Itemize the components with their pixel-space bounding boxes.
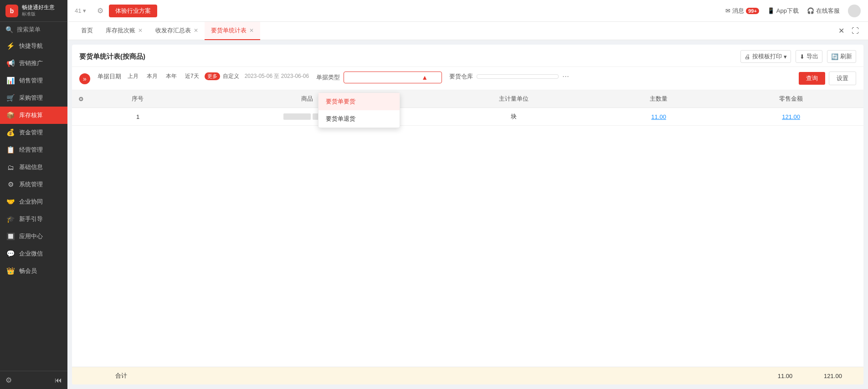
content-area: 要货单统计表(按商品) 🖨 按模板打印 ▾ ⬇ 导出 🔄 刷新 » [72, 45, 863, 384]
close-icon[interactable]: ✕ [138, 27, 143, 34]
tab-label: 库存批次账 [106, 26, 135, 35]
date-btn-this-year[interactable]: 本年 [163, 72, 180, 81]
date-shortcuts: 上月 本月 本年 近7天 更多 自定义 [125, 72, 239, 81]
maximize-icon[interactable]: ⛶ [850, 25, 861, 37]
vip-icon: 👑 [5, 267, 15, 275]
nav-label: 库存核算 [19, 111, 43, 119]
close-icon[interactable]: ✕ [194, 27, 198, 34]
sidebar-item-wechat[interactable]: 💬 企业微信 [0, 245, 67, 262]
sidebar-item-quick-nav[interactable]: ⚡ 快捷导航 [0, 37, 67, 55]
close-icon[interactable]: ✕ [249, 27, 254, 34]
filter-collapse-btn[interactable]: » [79, 73, 90, 84]
nav-label: 快捷导航 [19, 42, 43, 50]
data-table: ⚙ 序号 商品 主计量单位 主数量 零售金额 1 [72, 90, 863, 126]
nav-label: 企业协同 [19, 198, 43, 206]
online-service-label: 在线客服 [816, 7, 840, 15]
table-footer: 合计 11.00 121.00 [72, 367, 863, 384]
export-label: 导出 [806, 52, 818, 61]
online-service-btn[interactable]: 🎧 在线客服 [807, 7, 840, 15]
operation-icon: 📋 [5, 146, 15, 154]
print-btn[interactable]: 🖨 按模板打印 ▾ [740, 50, 791, 63]
date-btn-more[interactable]: 更多 [205, 72, 220, 80]
warehouse-label: 要货仓库 [449, 72, 473, 81]
tab-stock-summary[interactable]: 收发存汇总表 ✕ [149, 22, 205, 40]
date-btn-custom[interactable]: 自定义 [223, 72, 239, 80]
topbar: 41 ▾ ⚙ 体验行业方案 ✉ 消息 99+ 📱 App下载 🎧 在线客服 [67, 0, 868, 22]
sidebar-item-marketing[interactable]: 📢 营销推广 [0, 55, 67, 72]
app-download-btn[interactable]: 📱 App下载 [767, 7, 799, 15]
cell-quantity: 11.00 [599, 108, 719, 126]
settings-icon[interactable]: ⚙ [5, 376, 12, 384]
quantity-link[interactable]: 11.00 [651, 113, 666, 120]
inventory-icon: 📦 [5, 111, 15, 119]
date-label: 单据日期 [98, 72, 121, 81]
column-settings[interactable]: ⚙ [72, 90, 90, 108]
sidebar-logo: b 畅捷通好生意 标准版 [0, 0, 67, 22]
filter-more-dots[interactable]: ··· [562, 72, 569, 81]
date-btn-this-month[interactable]: 本月 [144, 72, 160, 81]
col-unit: 主计量单位 [429, 90, 599, 108]
nav-label: 应用中心 [19, 232, 43, 241]
nav-label: 营销推广 [19, 59, 43, 67]
col-seq: 序号 [90, 90, 185, 108]
sidebar-item-guide[interactable]: 🎓 新手引导 [0, 210, 67, 228]
sidebar-item-finance[interactable]: 💰 资金管理 [0, 124, 67, 141]
footer-total-label: 合计 [77, 372, 169, 380]
message-btn[interactable]: ✉ 消息 99+ [725, 7, 759, 15]
wechat-icon: 💬 [5, 250, 15, 258]
settings-button[interactable]: 设置 [829, 72, 856, 85]
print-label: 按模板打印 [752, 52, 782, 61]
sidebar-item-operation[interactable]: 📋 经营管理 [0, 141, 67, 159]
date-btn-last-month[interactable]: 上月 [125, 72, 141, 81]
headset-icon: 🎧 [807, 7, 814, 14]
sidebar-item-cooperation[interactable]: 🤝 企业协同 [0, 193, 67, 210]
warehouse-select[interactable] [477, 74, 559, 79]
cooperation-icon: 🤝 [5, 198, 15, 206]
date-btn-7days[interactable]: 近7天 [182, 72, 202, 81]
nav-label: 销售管理 [19, 77, 43, 85]
quick-nav-icon: ⚡ [5, 42, 15, 50]
tab-home-label: 首页 [81, 26, 93, 35]
sidebar-item-vip[interactable]: 👑 畅会员 [0, 262, 67, 280]
export-btn[interactable]: ⬇ 导出 [796, 50, 822, 63]
logo-icon: b [5, 5, 18, 17]
dropdown-item-return[interactable]: 要货单退货 [318, 110, 400, 128]
nav-label: 畅会员 [19, 267, 37, 275]
tab-order-stats[interactable]: 要货单统计表 ✕ [205, 22, 260, 40]
user-avatar[interactable] [848, 5, 861, 17]
sidebar-item-basic[interactable]: 🗂 基础信息 [0, 159, 67, 176]
sidebar-item-inventory[interactable]: 📦 库存核算 [0, 107, 67, 124]
table-container: ⚙ 序号 商品 主计量单位 主数量 零售金额 1 [72, 90, 863, 367]
sidebar-nav: ⚡ 快捷导航 📢 营销推广 📊 销售管理 🛒 采购管理 📦 库存核算 💰 资金管… [0, 37, 67, 371]
filter-bar: » 单据日期 上月 本月 本年 近7天 更多 自定义 2023-05-06 至 … [72, 67, 863, 90]
topbar-left: 41 ▾ ⚙ 体验行业方案 [75, 5, 725, 17]
export-icon: ⬇ [800, 53, 805, 60]
logo-text-block: 畅捷通好生意 标准版 [22, 4, 55, 18]
marketing-icon: 📢 [5, 59, 15, 67]
close-all-icon[interactable]: ✕ [837, 25, 846, 37]
tab-inventory-batch[interactable]: 库存批次账 ✕ [99, 22, 149, 40]
page-actions: 🖨 按模板打印 ▾ ⬇ 导出 🔄 刷新 [740, 50, 856, 63]
appstore-icon: 🔲 [5, 232, 15, 241]
chevron-down-icon: ▾ [784, 53, 787, 60]
footer-label-text: 合计 [115, 372, 127, 379]
sidebar-search[interactable]: 🔍 搜索菜单 [0, 22, 67, 37]
tab-home[interactable]: 首页 [75, 22, 99, 40]
tab-label: 收发存汇总表 [155, 26, 191, 35]
type-select[interactable]: ▲ [344, 72, 442, 83]
amount-link[interactable]: 121.00 [782, 113, 800, 120]
dropdown-item-label: 要货单退货 [326, 115, 355, 122]
sidebar-collapse-btn[interactable]: ⏮ [55, 376, 62, 384]
page-title: 要货单统计表(按商品) [79, 52, 145, 61]
query-button[interactable]: 查询 [799, 72, 825, 85]
chevron-down-icon[interactable]: ▾ [83, 7, 86, 14]
sidebar-item-purchase[interactable]: 🛒 采购管理 [0, 89, 67, 107]
sidebar-item-sales[interactable]: 📊 销售管理 [0, 72, 67, 89]
nav-label: 采购管理 [19, 94, 43, 102]
sidebar-item-appstore[interactable]: 🔲 应用中心 [0, 228, 67, 245]
trial-button[interactable]: 体验行业方案 [109, 5, 157, 17]
topbar-gear-icon[interactable]: ⚙ [97, 6, 103, 15]
dropdown-item-purchase[interactable]: 要货单要货 [318, 93, 400, 110]
refresh-btn[interactable]: 🔄 刷新 [827, 50, 856, 63]
sidebar-item-system[interactable]: ⚙ 系统管理 [0, 176, 67, 193]
